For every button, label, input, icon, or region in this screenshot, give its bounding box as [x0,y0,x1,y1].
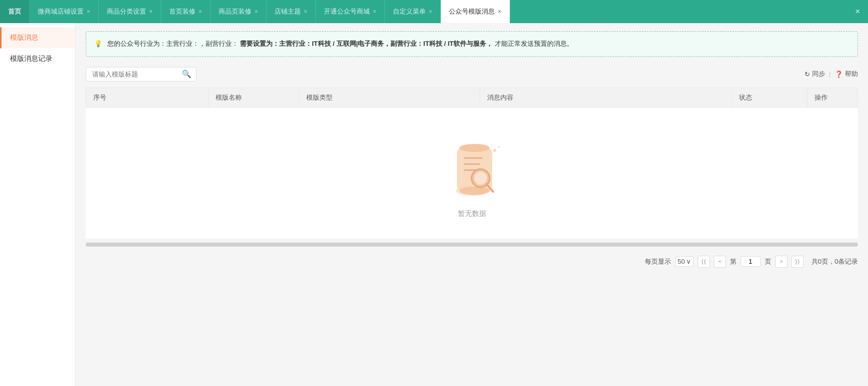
nav-tab-category[interactable]: 商品分类设置 × [99,0,161,23]
nav-tab-category-close[interactable]: × [149,8,153,15]
col-content: 消息内容 [480,88,732,107]
top-nav: 首页 微商城店铺设置 × 商品分类设置 × 首页装修 × 商品页装修 × 店铺主… [0,0,868,23]
nav-tab-open-mall[interactable]: 开通公众号商城 × [316,0,385,23]
search-input-wrap: 🔍 [86,67,196,82]
nav-tab-wsc[interactable]: 微商城店铺设置 × [30,0,99,23]
table-header-row: 序号 模版名称 模版类型 消息内容 状态 [86,88,858,107]
page-prev-button[interactable]: ＜ [714,256,726,268]
empty-text: 暂无数据 [86,209,858,218]
sidebar: 模版消息 模版消息记录 [0,23,76,386]
svg-point-10 [498,146,500,148]
pagination: 每页显示 50 ∨ ⟨⟨ ＜ 第 页 ＞ ⟩⟩ 共0页，0条记录 [86,251,858,273]
search-button[interactable]: 🔍 [182,69,191,79]
sync-icon: ↻ [805,70,810,78]
nav-tab-custom-menu[interactable]: 自定义菜单 × [385,0,441,23]
help-button[interactable]: ❓ 帮助 [835,69,858,79]
notice-icon: 💡 [94,40,102,47]
nav-tab-wsc-label: 微商城店铺设置 [38,7,84,16]
nav-tab-open-mall-close[interactable]: × [373,8,376,15]
nav-tab-home-label: 首页 [8,7,21,16]
svg-point-7 [474,172,487,185]
col-seq: 序号 [86,88,209,107]
nav-tab-home-decor-close[interactable]: × [198,8,202,15]
svg-point-11 [491,144,493,146]
col-name: 模版名称 [209,88,299,107]
main-layout: 模版消息 模版消息记录 💡 您的公众号行业为：主营行业：，副营行业： 需要设置为… [0,23,868,386]
nav-tab-product-decor-close[interactable]: × [254,8,258,15]
page-size-select[interactable]: 50 ∨ [675,256,693,267]
empty-state: 暂无数据 [86,108,858,239]
nav-tab-product-decor[interactable]: 商品页装修 × [211,0,266,23]
horizontal-scrollbar[interactable] [86,243,858,247]
page-next-button[interactable]: ＞ [775,256,787,268]
nav-tab-category-label: 商品分类设置 [107,7,146,16]
empty-illustration-wrap [86,138,858,203]
content-area: 💡 您的公众号行业为：主营行业：，副营行业： 需要设置为：主营行业：IT科技 /… [76,23,868,386]
nav-tab-open-mall-label: 开通公众号商城 [324,7,370,16]
help-icon: ❓ [835,70,843,78]
data-table: 序号 模版名称 模版类型 消息内容 状态 [86,88,858,239]
sidebar-item-template-msg-log[interactable]: 模版消息记录 [0,48,75,69]
total-info: 共0页，0条记录 [812,257,858,266]
nav-tab-custom-menu-label: 自定义菜单 [393,7,426,16]
nav-tab-template-msg-label: 公众号模版消息 [449,7,495,16]
table-wrapper: 序号 模版名称 模版类型 消息内容 状态 [86,88,858,239]
search-bar: 🔍 ↻ 同步 | ❓ 帮助 [86,67,858,82]
nav-tab-home-decor[interactable]: 首页装修 × [161,0,211,23]
col-status: 状态 [732,88,808,107]
nav-tab-theme[interactable]: 店铺主题 × [266,0,316,23]
help-label: 帮助 [845,69,858,79]
sync-label: 同步 [812,69,825,79]
svg-point-1 [459,144,490,152]
table-body: 暂无数据 [86,107,858,239]
notice-highlight: 需要设置为：主营行业：IT科技 / 互联网|电子商务，副营行业：IT科技 / I… [240,40,493,47]
svg-point-2 [459,187,490,195]
empty-illustration [439,138,505,203]
toolbar-right: ↻ 同步 | ❓ 帮助 [805,69,858,79]
nav-tab-product-decor-label: 商品页装修 [219,7,251,16]
table-empty-row: 暂无数据 [86,107,858,239]
nav-tab-theme-label: 店铺主题 [275,7,301,16]
nav-tab-home[interactable]: 首页 [0,0,30,23]
nav-tab-template-msg-close[interactable]: × [498,8,501,15]
nav-tab-wsc-close[interactable]: × [87,8,90,15]
search-input[interactable] [86,67,196,82]
page-last-button[interactable]: ⟩⟩ [791,256,804,268]
nav-tab-custom-menu-close[interactable]: × [429,8,432,15]
nav-close-all-button[interactable]: × [847,7,868,16]
toolbar-divider: | [829,70,831,78]
page-size-dropdown-icon: ∨ [686,258,691,265]
nav-tab-theme-close[interactable]: × [304,8,307,15]
sidebar-item-template-msg-log-label: 模版消息记录 [10,54,52,62]
page-size-label: 每页显示 [645,257,671,266]
page-number-input[interactable] [741,256,761,267]
page-prefix: 第 [730,257,737,266]
notice-prefix: 您的公众号行业为：主营行业：，副营行业： [107,40,238,47]
col-type: 模版类型 [299,88,480,107]
svg-point-9 [493,149,496,152]
page-size-value: 50 [678,258,685,265]
notice-box: 💡 您的公众号行业为：主营行业：，副营行业： 需要设置为：主营行业：IT科技 /… [86,31,858,57]
sidebar-item-template-msg-label: 模版消息 [10,33,38,41]
nav-tab-home-decor-label: 首页装修 [169,7,195,16]
page-first-button[interactable]: ⟨⟨ [698,256,710,268]
table-header: 序号 模版名称 模版类型 消息内容 状态 [86,88,858,107]
col-action: 操作 [808,88,858,107]
nav-tab-template-msg[interactable]: 公众号模版消息 × [441,0,510,23]
page-unit: 页 [765,257,771,266]
sync-button[interactable]: ↻ 同步 [805,69,825,79]
notice-suffix: 才能正常发送预置的消息。 [495,40,573,47]
sidebar-item-template-msg[interactable]: 模版消息 [0,27,75,48]
